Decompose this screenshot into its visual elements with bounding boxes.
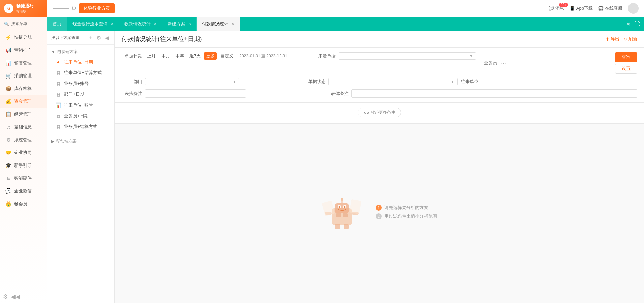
topbar-left: ———— ⚙ 体验行业方案 <box>53 3 115 13</box>
tab-home-label: 首页 <box>53 21 61 27</box>
message-badge: 99+ <box>559 3 568 7</box>
app-icon: 📱 <box>569 6 575 11</box>
desktop-scheme-section-title[interactable]: ▼ 电脑端方案 <box>47 47 114 57</box>
close-all-tabs-button[interactable]: ✕ <box>625 20 632 29</box>
empty-tip-2: 2 用过滤条件来缩小分析范围 <box>376 213 437 219</box>
sidebar-item-cooperation[interactable]: 🤝 企业协同 <box>0 146 47 159</box>
scheme-item-unit-account[interactable]: 📊 往来单位+账号 <box>47 100 114 111</box>
guide-icon: 🎓 <box>5 162 11 169</box>
tab-receipt-stats-close[interactable]: × <box>154 22 156 26</box>
last-7days-btn[interactable]: 近7天 <box>187 52 203 60</box>
partner-filter-label: 往来单位 <box>458 79 481 85</box>
collapse-scheme-panel-button[interactable]: ◀ <box>104 34 110 41</box>
mobile-scheme-section-title[interactable]: ▶ 移动端方案 <box>47 136 114 146</box>
export-button[interactable]: ⬆ 导出 <box>606 36 619 42</box>
sidebar-item-guide[interactable]: 🎓 新手引导 <box>0 159 47 172</box>
scheme-item-staff-account[interactable]: ▦ 业务员+账号 <box>47 78 114 89</box>
purchase-icon: 🛒 <box>5 73 11 79</box>
more-date-btn[interactable]: 更多 <box>204 52 217 60</box>
this-month-btn[interactable]: 本月 <box>159 52 172 60</box>
collapse-conditions-button[interactable]: ∧∧ 收起更多条件 <box>358 108 401 117</box>
logo-icon: 6 <box>4 4 13 13</box>
scheme-panel-header: 按以下方案查询 ＋ ⚙ ◀ <box>47 31 114 45</box>
scheme-panel-title: 按以下方案查询 <box>51 35 80 41</box>
sidebar-item-sales[interactable]: 📊 销售管理 <box>0 57 47 69</box>
head-note-input[interactable] <box>145 89 246 98</box>
body-note-label: 表体备注 <box>328 91 351 97</box>
page-header: 付款情况统计(往来单位+日期) ⬆ 导出 ↻ 刷新 <box>115 31 644 48</box>
sidebar-item-weixin[interactable]: 💬 企业微信 <box>0 185 47 198</box>
doc-status-select[interactable]: ▼ <box>328 78 458 85</box>
message-button[interactable]: 💬 消息 99+ <box>549 5 564 11</box>
tab-new-scheme[interactable]: 新建方案 × <box>162 17 197 31</box>
scheme-settings-button[interactable]: ⚙ <box>95 34 102 41</box>
sidebar-item-quick-nav[interactable]: ⚡ 快捷导航 <box>0 31 47 44</box>
scheme-item-dept-date[interactable]: ▦ 部门+日期 <box>47 89 114 100</box>
scheme-item-unit-settle[interactable]: ▦ 往来单位+结算方式 <box>47 67 114 78</box>
dept-select[interactable]: ▼ <box>145 78 239 85</box>
empty-tip-1: 1 请先选择要分析的方案 <box>376 205 437 211</box>
trial-button[interactable]: 体验行业方案 <box>79 3 115 13</box>
refresh-button[interactable]: ↻ 刷新 <box>623 36 637 42</box>
tab-home[interactable]: 首页 <box>47 17 67 31</box>
desktop-scheme-section: ▼ 电脑端方案 ● 往来单位+日期 ▦ 往来单位+结算方式 ▦ 业务员+账号 ▦ <box>47 45 114 134</box>
collapse-sidebar-button[interactable]: ◀◀ <box>11 293 20 300</box>
add-scheme-button[interactable]: ＋ <box>87 34 94 41</box>
settings-footer-button[interactable]: ⚙ <box>3 293 8 300</box>
partner-select-dots[interactable]: ··· <box>481 78 489 85</box>
tabbar: 首页 现金银行流水查询 × 收款情况统计 × 新建方案 × 付款情况统计 × ✕… <box>47 17 644 31</box>
sidebar-item-vip[interactable]: 👑 畅会员 <box>0 198 47 210</box>
scheme-item-label: 部门+日期 <box>64 91 84 97</box>
sidebar-item-operations[interactable]: 📋 经营管理 <box>0 108 47 121</box>
source-select[interactable]: ▼ <box>339 52 476 60</box>
maximize-button[interactable]: ⛶ <box>633 20 641 28</box>
cooperation-icon: 🤝 <box>5 150 11 156</box>
app-download-button[interactable]: 📱 App下载 <box>569 5 593 11</box>
svg-rect-1 <box>335 203 349 213</box>
query-button[interactable]: 查询 <box>615 52 637 62</box>
scheme-item-unit-date[interactable]: ● 往来单位+日期 <box>47 57 114 67</box>
sidebar-item-hardware[interactable]: 🖥 智能硬件 <box>0 172 47 185</box>
search-menu-button[interactable]: 🔍 搜索菜单 <box>3 20 44 28</box>
empty-svg <box>322 196 362 230</box>
user-avatar[interactable] <box>628 3 639 14</box>
tab-receipt-stats[interactable]: 收款情况统计 × <box>119 17 162 31</box>
sidebar-item-finance[interactable]: 💰 资金管理 <box>0 95 47 108</box>
sidebar-item-basic-info[interactable]: 🗂 基础信息 <box>0 121 47 133</box>
scheme-item-staff-date[interactable]: ▦ 业务员+日期 <box>47 111 114 121</box>
svg-rect-8 <box>336 213 341 217</box>
date-filter-label: 单据日期 <box>121 53 145 59</box>
tab-payment-stats[interactable]: 付款情况统计 × <box>197 17 240 31</box>
tab-cash-flow-close[interactable]: × <box>111 22 113 26</box>
mobile-section-collapse-icon: ▶ <box>51 139 54 144</box>
weixin-icon: 💬 <box>5 188 11 194</box>
service-button[interactable]: 🎧 在线客服 <box>598 5 622 11</box>
tab-new-scheme-close[interactable]: × <box>188 22 191 26</box>
last-month-btn[interactable]: 上月 <box>145 52 158 60</box>
finance-icon: 💰 <box>5 98 11 104</box>
sidebar-footer: ⚙ ◀◀ <box>0 290 47 303</box>
this-year-btn[interactable]: 本年 <box>173 52 186 60</box>
sidebar-item-label: 智能硬件 <box>14 175 32 181</box>
staff-account-icon: ▦ <box>55 81 61 86</box>
sidebar-item-marketing[interactable]: 📢 营销推广 <box>0 44 47 57</box>
mobile-scheme-section: ▶ 移动端方案 <box>47 134 114 148</box>
tab-payment-stats-close[interactable]: × <box>232 22 234 26</box>
empty-illustration <box>322 196 362 230</box>
scheme-item-staff-settle[interactable]: ▦ 业务员+结算方式 <box>47 121 114 132</box>
staff-select-dots[interactable]: ··· <box>500 60 507 67</box>
sidebar-item-purchase[interactable]: 🛒 采购管理 <box>0 69 47 82</box>
settings-button[interactable]: ⚙ <box>71 5 76 11</box>
sidebar-item-system[interactable]: ⚙ 系统管理 <box>0 133 47 146</box>
setting-button[interactable]: 设置 <box>615 64 637 74</box>
sidebar-item-inventory[interactable]: 📦 库存核算 <box>0 82 47 95</box>
body-note-input[interactable] <box>351 89 637 98</box>
tab-cash-flow[interactable]: 现金银行流水查询 × <box>67 17 119 31</box>
custom-date-btn[interactable]: 自定义 <box>218 52 235 60</box>
inventory-icon: 📦 <box>5 86 11 92</box>
scheme-item-label: 业务员+结算方式 <box>64 124 97 130</box>
app-label: App下载 <box>576 5 593 11</box>
export-label: 导出 <box>611 36 619 42</box>
scheme-panel: 按以下方案查询 ＋ ⚙ ◀ ▼ 电脑端方案 ● 往来单位+日期 ▦ <box>47 31 115 303</box>
scheme-panel-actions: ＋ ⚙ ◀ <box>87 34 110 41</box>
